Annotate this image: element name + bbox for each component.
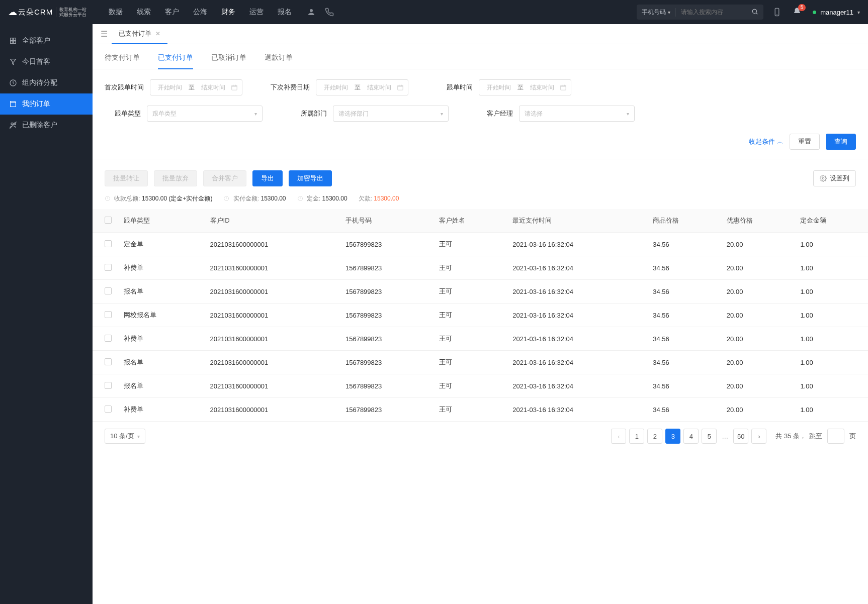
next-page-button[interactable]: ›	[751, 429, 766, 444]
cell-cid: 2021031600000001	[204, 304, 339, 327]
row-checkbox[interactable]	[105, 311, 112, 318]
svg-line-2	[756, 13, 758, 14]
row-checkbox[interactable]	[105, 406, 112, 413]
search-type-select[interactable]: 手机号码 ▾	[637, 8, 676, 17]
cell-pay-time: 2021-03-16 16:32:04	[506, 351, 647, 374]
page-button[interactable]: 2	[647, 429, 662, 444]
sidebar-icon	[9, 37, 17, 45]
user-menu[interactable]: manager11 ▾	[813, 9, 860, 16]
close-icon[interactable]: ✕	[155, 30, 160, 37]
set-columns-button[interactable]: 设置列	[813, 170, 856, 186]
row-checkbox[interactable]	[105, 358, 112, 365]
prev-page-button[interactable]: ‹	[611, 429, 626, 444]
sub-tab[interactable]: 已支付订单	[158, 53, 193, 69]
top-nav-item[interactable]: 线索	[137, 8, 151, 17]
page-size-select[interactable]: 10 条/页 ▾	[105, 429, 145, 444]
cell-pay-time: 2021-03-16 16:32:04	[506, 256, 647, 280]
search-icon[interactable]	[751, 8, 763, 17]
cell-phone: 1567899823	[339, 374, 433, 398]
column-header: 客户ID	[204, 209, 339, 233]
page-button[interactable]: 5	[702, 429, 717, 444]
select-all-checkbox[interactable]	[105, 217, 112, 224]
svg-rect-8	[14, 41, 16, 44]
cell-type: 报名单	[118, 351, 204, 374]
cell-price: 34.56	[647, 327, 721, 351]
page-button[interactable]: 1	[629, 429, 644, 444]
table-row[interactable]: 补费单20210316000000011567899823王可2021-03-1…	[93, 327, 868, 351]
top-nav-item[interactable]: 运营	[249, 8, 264, 17]
sidebar-item[interactable]: 组内待分配	[0, 72, 93, 93]
cell-name: 王可	[433, 327, 507, 351]
export-button[interactable]: 导出	[252, 170, 283, 186]
cell-price: 34.56	[647, 374, 721, 398]
user-icon[interactable]	[307, 8, 316, 17]
sidebar-item[interactable]: 今日首客	[0, 51, 93, 72]
cell-discount: 20.00	[721, 280, 795, 304]
cell-name: 王可	[433, 280, 507, 304]
sidebar-item[interactable]: 全部客户	[0, 30, 93, 51]
collapse-filters-link[interactable]: 收起条件 ︿	[749, 137, 784, 146]
calendar-icon	[397, 84, 404, 91]
table-row[interactable]: 定金单20210316000000011567899823王可2021-03-1…	[93, 233, 868, 256]
query-button[interactable]: 查询	[826, 134, 856, 150]
page-button[interactable]: 4	[683, 429, 699, 444]
sidebar-toggle[interactable]: ☰	[97, 29, 112, 39]
cell-price: 34.56	[647, 256, 721, 280]
page-tab-paid-orders[interactable]: 已支付订单 ✕	[112, 24, 167, 44]
cell-cid: 2021031600000001	[204, 398, 339, 422]
row-checkbox[interactable]	[105, 287, 112, 294]
table-row[interactable]: 网校报名单20210316000000011567899823王可2021-03…	[93, 304, 868, 327]
sidebar-item-label: 已删除客户	[22, 121, 57, 130]
sub-tab[interactable]: 已取消订单	[211, 53, 246, 69]
cell-type: 报名单	[118, 280, 204, 304]
row-checkbox[interactable]	[105, 240, 112, 247]
sidebar-item[interactable]: 已删除客户	[0, 115, 93, 136]
page-button[interactable]: 3	[665, 429, 680, 444]
sidebar-icon	[9, 58, 17, 66]
first-follow-date-range[interactable]: 开始时间 至 结束时间	[150, 79, 242, 95]
table-row[interactable]: 补费单20210316000000011567899823王可2021-03-1…	[93, 256, 868, 280]
sub-tab[interactable]: 退款订单	[265, 53, 293, 69]
column-header: 定金金额	[794, 209, 868, 233]
search-input[interactable]	[676, 9, 751, 16]
phone-icon[interactable]	[325, 8, 334, 17]
page-button[interactable]: 50	[733, 429, 748, 444]
top-nav-item[interactable]: 报名	[278, 8, 292, 17]
table-row[interactable]: 补费单20210316000000011567899823王可2021-03-1…	[93, 398, 868, 422]
cell-phone: 1567899823	[339, 280, 433, 304]
batch-abandon-button[interactable]: 批量放弃	[154, 170, 197, 186]
batch-transfer-button[interactable]: 批量转让	[105, 170, 148, 186]
cell-type: 定金单	[118, 233, 204, 256]
mobile-icon[interactable]	[772, 8, 782, 17]
jump-page-input[interactable]	[827, 429, 844, 444]
row-checkbox[interactable]	[105, 335, 112, 342]
cell-deposit: 1.00	[794, 398, 868, 422]
reset-button[interactable]: 重置	[790, 134, 820, 150]
row-checkbox[interactable]	[105, 382, 112, 389]
cell-type: 补费单	[118, 398, 204, 422]
cell-phone: 1567899823	[339, 398, 433, 422]
follow-time-date-range[interactable]: 开始时间 至 结束时间	[479, 79, 571, 95]
department-select[interactable]: 请选择部门 ▾	[333, 106, 449, 122]
table-row[interactable]: 报名单20210316000000011567899823王可2021-03-1…	[93, 280, 868, 304]
column-header: 最近支付时间	[506, 209, 647, 233]
encrypted-export-button[interactable]: 加密导出	[289, 170, 332, 186]
row-checkbox[interactable]	[105, 264, 112, 271]
manager-select[interactable]: 请选择 ▾	[519, 106, 635, 122]
table-row[interactable]: 报名单20210316000000011567899823王可2021-03-1…	[93, 351, 868, 374]
sidebar-item[interactable]: 我的订单	[0, 93, 93, 115]
page-unit: 页	[849, 432, 856, 441]
top-nav-item[interactable]: 财务	[221, 8, 235, 17]
jump-label: 跳至	[809, 432, 822, 441]
top-nav-item[interactable]: 客户	[165, 8, 179, 17]
notifications-button[interactable]: 5	[793, 7, 802, 18]
next-pay-date-range[interactable]: 开始时间 至 结束时间	[316, 79, 408, 95]
table-row[interactable]: 报名单20210316000000011567899823王可2021-03-1…	[93, 374, 868, 398]
sub-tab[interactable]: 待支付订单	[105, 53, 140, 69]
cell-deposit: 1.00	[794, 233, 868, 256]
cell-cid: 2021031600000001	[204, 374, 339, 398]
top-nav-item[interactable]: 数据	[109, 8, 123, 17]
merge-customer-button[interactable]: 合并客户	[203, 170, 246, 186]
top-nav-item[interactable]: 公海	[193, 8, 207, 17]
follow-type-select[interactable]: 跟单类型 ▾	[147, 106, 263, 122]
